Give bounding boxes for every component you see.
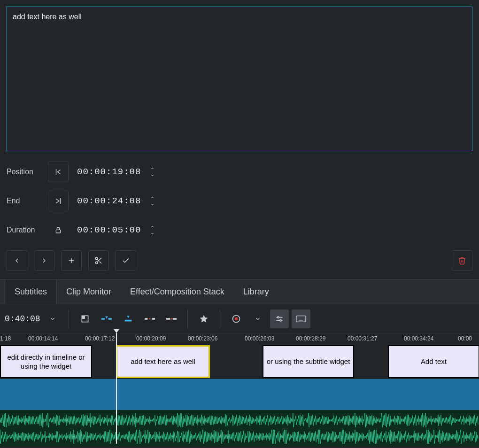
toolbar-divider: [187, 309, 188, 328]
svg-marker-16: [127, 316, 130, 318]
svg-line-9: [97, 259, 99, 261]
tab-subtitles[interactable]: Subtitles: [5, 280, 57, 304]
prev-subtitle-button[interactable]: [7, 250, 27, 271]
overwrite-tool-icon[interactable]: [119, 309, 138, 328]
ruler-tick: 00:00:23:06: [188, 335, 217, 342]
go-to-start-button[interactable]: [48, 162, 69, 182]
ruler-tick: 00:00:17:12: [85, 335, 115, 342]
tab-clip-monitor[interactable]: Clip Monitor: [57, 280, 121, 304]
svg-rect-30: [296, 316, 306, 322]
record-icon[interactable]: [227, 309, 246, 328]
waveform-right: [0, 430, 479, 444]
ruler-tick: 00:00:14:14: [28, 335, 58, 342]
svg-point-25: [234, 317, 238, 320]
duration-spinner[interactable]: ⌃⌄: [150, 225, 155, 235]
svg-rect-2: [56, 230, 60, 233]
subtitle-clip[interactable]: add text here as well: [116, 345, 210, 378]
audio-track[interactable]: [0, 410, 479, 447]
zone-tool-icon[interactable]: [76, 309, 94, 328]
tab-library[interactable]: Library: [234, 280, 278, 304]
end-label: End: [7, 197, 48, 205]
record-dropdown[interactable]: [248, 309, 267, 328]
timeline-timecode[interactable]: 0:40:08: [5, 314, 40, 324]
svg-rect-17: [145, 318, 147, 320]
tab-effect-stack[interactable]: Effect/Composition Stack: [121, 280, 234, 304]
next-subtitle-button[interactable]: [34, 250, 54, 271]
toolbar-divider: [69, 309, 69, 328]
duration-lock-button[interactable]: [48, 220, 69, 240]
ruler-tick: 00:00:31:27: [348, 335, 377, 342]
duration-label: Duration: [7, 226, 48, 234]
position-label: Position: [7, 168, 48, 176]
video-track[interactable]: [0, 379, 479, 410]
subtitle-clip[interactable]: edit directly in timeline or using the w…: [0, 345, 92, 378]
timeline-ruler[interactable]: 1:1800:00:14:1400:00:17:1200:00:20:0900:…: [0, 333, 479, 344]
position-spinner[interactable]: ⌃⌄: [150, 167, 155, 177]
svg-rect-15: [124, 319, 131, 321]
apply-subtitle-button[interactable]: [116, 250, 136, 271]
svg-point-19: [149, 318, 151, 320]
favorite-icon[interactable]: [194, 309, 213, 328]
extract-tool-icon[interactable]: [140, 309, 159, 328]
keyboard-icon[interactable]: [292, 309, 310, 328]
svg-point-29: [279, 319, 281, 321]
svg-rect-20: [166, 318, 170, 320]
subtitle-clip[interactable]: Add text: [388, 345, 479, 378]
split-subtitle-button[interactable]: [88, 250, 109, 271]
svg-rect-13: [108, 318, 111, 320]
svg-point-5: [95, 257, 98, 260]
position-value[interactable]: 00:00:19:08: [77, 167, 147, 177]
duration-value[interactable]: 00:00:05:00: [77, 225, 147, 235]
waveform-left: [0, 413, 479, 427]
add-subtitle-button[interactable]: [61, 250, 82, 271]
toolbar-divider: [220, 309, 220, 328]
ruler-tick: 1:18: [0, 335, 11, 342]
insert-tool-icon[interactable]: [97, 309, 116, 328]
subtitle-clip[interactable]: or using the subtitle widget: [263, 345, 354, 378]
ruler-tick: 00:00:34:24: [404, 335, 433, 342]
svg-rect-18: [152, 318, 155, 320]
svg-point-6: [95, 262, 98, 264]
svg-marker-23: [200, 315, 208, 322]
subtitle-track[interactable]: edit directly in timeline or using the w…: [0, 344, 479, 379]
svg-rect-11: [82, 316, 85, 319]
ruler-tick: 00:00:20:09: [136, 335, 166, 342]
end-spinner[interactable]: ⌃⌄: [150, 196, 155, 206]
svg-line-8: [100, 262, 101, 263]
ruler-tick: 00:00: [458, 335, 472, 342]
settings-icon[interactable]: [270, 309, 289, 328]
delete-subtitle-button[interactable]: [452, 250, 472, 271]
timecode-dropdown[interactable]: [43, 309, 62, 328]
ruler-tick: 00:00:28:29: [296, 335, 325, 342]
svg-marker-14: [105, 316, 108, 319]
subtitle-text-input[interactable]: [7, 7, 472, 151]
end-value[interactable]: 00:00:24:08: [77, 196, 147, 206]
ruler-tick: 00:00:26:03: [245, 335, 274, 342]
lift-tool-icon[interactable]: [162, 309, 181, 328]
svg-rect-12: [101, 318, 105, 320]
go-to-end-button[interactable]: [48, 191, 69, 211]
svg-point-22: [170, 318, 172, 320]
svg-point-28: [277, 317, 278, 318]
svg-rect-21: [172, 318, 176, 320]
